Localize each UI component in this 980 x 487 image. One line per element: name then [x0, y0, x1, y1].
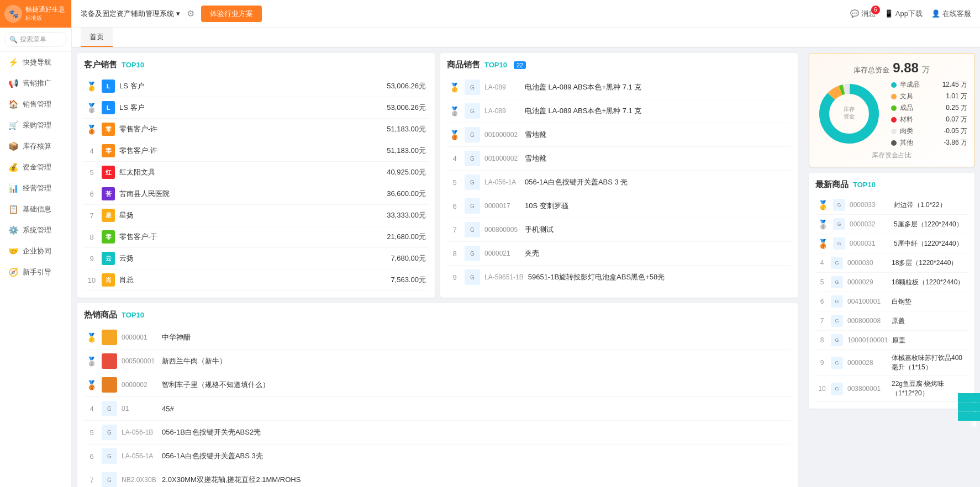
rank-number: 9: [449, 273, 460, 282]
product-name: 夹壳: [525, 248, 789, 258]
sidebar-item-enterprise[interactable]: 🤝 企业协同: [0, 241, 71, 262]
product-code: 001000002: [484, 155, 520, 162]
customer-list-item: 7 星 星扬 33,333.00元: [84, 205, 428, 226]
legend-color-dot: [891, 117, 897, 123]
rank-medal: 🥇: [449, 82, 460, 93]
product-sales-top10-card: 商品销售 TOP10 22 🥇 G LA-089 电池盖 LA-089 ABS本…: [440, 53, 798, 298]
purchase-icon: 🛒: [8, 120, 18, 130]
legend-color-dot: [891, 129, 897, 134]
latest-products-title: 最新商品: [815, 179, 849, 190]
tab-home[interactable]: 首页: [81, 28, 113, 47]
rank-number: 10: [818, 385, 826, 393]
rank-number: 6: [86, 452, 97, 460]
system-title-dropdown[interactable]: 装备及固定资产辅助管理系统 ▾: [81, 9, 180, 19]
customer-list-item: 10 肖 肖总 7,563.00元: [84, 269, 428, 291]
inventory-value: 9.88: [893, 60, 919, 76]
product-icon: G: [465, 174, 480, 190]
customer-amount: 36,600.00元: [387, 189, 426, 199]
sidebar-item-quick[interactable]: ⚡ 快捷导航: [0, 52, 71, 73]
product-sales-list-item: 9 G LA-59651-1B 59651-1B旋转投影灯电池盒ABS黑色+58…: [447, 266, 791, 289]
product-name: 中华神醋: [162, 332, 789, 342]
legend-item: 肉类 -0.05 万: [891, 126, 967, 136]
customer-name: 零售客户-于: [119, 232, 382, 242]
product-sales-list: 🥇 G LA-089 电池盖 LA-089 ABS本色+黑种 7.1 克 🥈 G…: [447, 76, 791, 289]
customer-top10-subtitle: TOP10: [122, 61, 144, 69]
sidebar-item-operations[interactable]: 📊 经营管理: [0, 178, 71, 199]
sidebar-item-inventory[interactable]: 📦 库存核算: [0, 136, 71, 157]
online-service-label: 在线客服: [942, 9, 971, 19]
customer-name: 零售客户-许: [119, 124, 382, 134]
product-name: 056-1B白色按键开关壳ABS2壳: [162, 427, 789, 437]
customer-avatar: 零: [102, 123, 115, 136]
customer-avatar: 星: [102, 209, 115, 222]
product-placeholder: G: [102, 448, 117, 464]
hot-products-list: 🥇 0000001 中华神醋 🥈 000500001 新西兰牛肉（新牛） 🥉 0…: [84, 326, 791, 487]
product-icon: G: [833, 199, 845, 211]
product-sales-list-item: 🥈 G LA-089 电池盖 LA-089 ABS本色+黑种 7.1 克: [447, 99, 791, 123]
product-code: LA-089: [484, 107, 520, 115]
float-button-客服热线[interactable]: 客服热线: [958, 393, 980, 403]
product-name: 电池盖 LA-089 ABS本色+黑种 7.1 克: [525, 106, 789, 116]
inventory-icon: 📦: [8, 141, 18, 151]
sidebar-item-guide[interactable]: 🧭 新手引导: [0, 262, 71, 283]
sidebar-label-operations: 经营管理: [23, 183, 51, 193]
product-sales-list-item: 7 G 000800005 手机测试: [447, 218, 791, 242]
service-icon: 👤: [931, 9, 940, 18]
product-icon: G: [465, 80, 480, 95]
product-code: LA-089: [484, 83, 520, 91]
sidebar-item-sales[interactable]: 🏠 销售管理: [0, 94, 71, 115]
product-name: 智利车子里（规格不知道填什么）: [162, 380, 789, 390]
product-code: 0000031: [850, 240, 889, 247]
float-button-直播[interactable]: 直播: [958, 412, 980, 421]
right-panel: 库存总资金 9.88 万 库存: [803, 47, 980, 487]
rank-medal: 🥈: [449, 106, 460, 117]
product-name: 电池盖 LA-089 ABS本色+黑种 7.1 克: [525, 82, 789, 92]
sidebar-item-basic[interactable]: 📋 基础信息: [0, 199, 71, 220]
product-code: 0000032: [850, 220, 889, 228]
product-sales-subtitle: TOP10: [484, 61, 507, 69]
sidebar-item-system[interactable]: ⚙️ 系统管理: [0, 220, 71, 241]
main-content: 装备及固定资产辅助管理系统 ▾ ⚙ 体验行业方案 💬 消息 6 📱 App下载 …: [72, 0, 980, 487]
search-menu-button[interactable]: 🔍 搜索菜单: [4, 32, 67, 47]
hot-products-subtitle: TOP10: [122, 311, 144, 319]
product-code: 10000100001: [847, 336, 888, 344]
product-icon: G: [831, 383, 843, 395]
product-sales-list-item: 8 G 0000021 夹壳: [447, 242, 791, 266]
product-sales-list-item: 6 G 0000017 10S 变刺罗骚: [447, 194, 791, 218]
customer-list-item: 4 零 零售客户-许 51,183.00元: [84, 140, 428, 162]
product-icon: G: [833, 218, 845, 230]
product-image: [102, 353, 117, 369]
online-service-button[interactable]: 👤 在线客服: [931, 9, 971, 19]
customer-amount: 7,563.00元: [391, 275, 426, 285]
float-button-服务社区[interactable]: 服务社区: [958, 403, 980, 412]
sidebar-item-marketing[interactable]: 📢 营销推广: [0, 73, 71, 94]
sidebar-item-finance[interactable]: 💰 资金管理: [0, 157, 71, 178]
message-button[interactable]: 💬 消息 6: [850, 9, 876, 19]
trial-button[interactable]: 体验行业方案: [201, 6, 262, 22]
hot-product-list-item: 6 G LA-056-1A 056-1A白色按键开关盖ABS 3壳: [84, 444, 791, 468]
inventory-card: 库存总资金 9.88 万 库存: [809, 53, 974, 167]
rank-medal: 🥇: [86, 332, 97, 343]
product-sales-list-item: 5 G LA-056-1A 056-1A白色按键开关盖ABS 3 壳: [447, 171, 791, 194]
product-code: LA-59651-1B: [484, 273, 524, 281]
guide-icon: 🧭: [8, 267, 18, 277]
rank-number: 4: [86, 405, 97, 413]
product-code: 0000017: [484, 202, 520, 210]
basic-icon: 📋: [8, 204, 18, 214]
rank-medal: 🥉: [86, 380, 97, 390]
app-download-button[interactable]: 📱 App下载: [884, 9, 923, 19]
sidebar-item-purchase[interactable]: 🛒 采购管理: [0, 115, 71, 136]
product-code: 000500001: [122, 357, 157, 365]
customer-amount: 53,006.26元: [387, 81, 426, 91]
top-row: 客户销售 TOP10 🥇 L LS 客户 53,006.26元 🥈 L LS 客…: [77, 53, 798, 298]
legend-color-dot: [891, 105, 897, 111]
product-sales-badge: 22: [514, 61, 526, 69]
enterprise-icon: 🤝: [8, 246, 18, 256]
settings-icon[interactable]: ⚙: [187, 8, 194, 19]
product-code: 0000002: [122, 381, 157, 389]
hot-product-list-item: 7 G NB2.0X30B 2.0X30MM双搓花轴,搓花直径2.1MM/ROH…: [84, 468, 791, 487]
sidebar-label-finance: 资金管理: [23, 162, 51, 172]
hot-product-list-item: 5 G LA-056-1B 056-1B白色按键开关壳ABS2壳: [84, 421, 791, 444]
product-code: 01: [122, 405, 157, 412]
latest-product-item: 9 G 0000028 体械嘉枚味苏打饮品400毫升（1*15）: [815, 350, 968, 376]
